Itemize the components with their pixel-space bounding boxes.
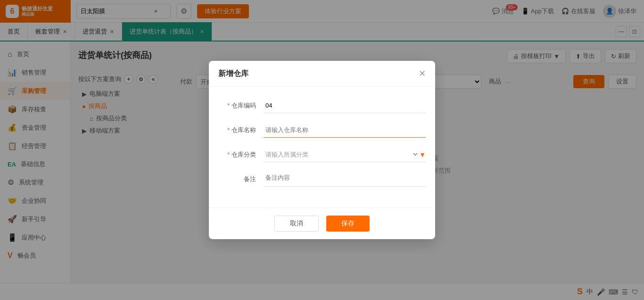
code-label: * 仓库编码: [218, 101, 256, 110]
category-select-wrap[interactable]: 请输入所属分类 ▼: [264, 147, 426, 162]
remark-input[interactable]: [264, 172, 426, 187]
form-row-category: * 仓库分类 请输入所属分类 ▼: [218, 147, 426, 162]
name-input[interactable]: [264, 123, 426, 138]
modal-title: 新增仓库: [218, 69, 248, 79]
name-label-text: 仓库名称: [231, 126, 256, 133]
required-star-name: *: [227, 126, 230, 133]
cancel-button[interactable]: 取消: [274, 216, 319, 232]
form-row-remark: 备注: [218, 172, 426, 187]
category-dropdown-icon: ▼: [419, 151, 426, 158]
modal-add-warehouse: 新增仓库 ✕ * 仓库编码 * 仓库名称: [209, 61, 435, 239]
name-label: * 仓库名称: [218, 126, 256, 134]
modal-header: 新增仓库 ✕: [209, 61, 435, 87]
required-star-category: *: [227, 151, 230, 158]
code-label-text: 仓库编码: [231, 102, 256, 109]
form-row-code: * 仓库编码: [218, 98, 426, 113]
modal-overlay[interactable]: 新增仓库 ✕ * 仓库编码 * 仓库名称: [0, 0, 644, 300]
remark-label: 备注: [218, 175, 256, 183]
save-button[interactable]: 保存: [326, 216, 370, 232]
modal-body: * 仓库编码 * 仓库名称 * 仓库分类: [209, 87, 435, 208]
category-label: * 仓库分类: [218, 150, 256, 159]
required-star-code: *: [227, 102, 230, 109]
code-input[interactable]: [264, 98, 426, 113]
category-label-text: 仓库分类: [231, 151, 256, 158]
form-row-name: * 仓库名称: [218, 123, 426, 138]
category-select[interactable]: 请输入所属分类: [264, 150, 419, 158]
modal-close-icon[interactable]: ✕: [419, 68, 426, 79]
modal-footer: 取消 保存: [209, 208, 435, 239]
